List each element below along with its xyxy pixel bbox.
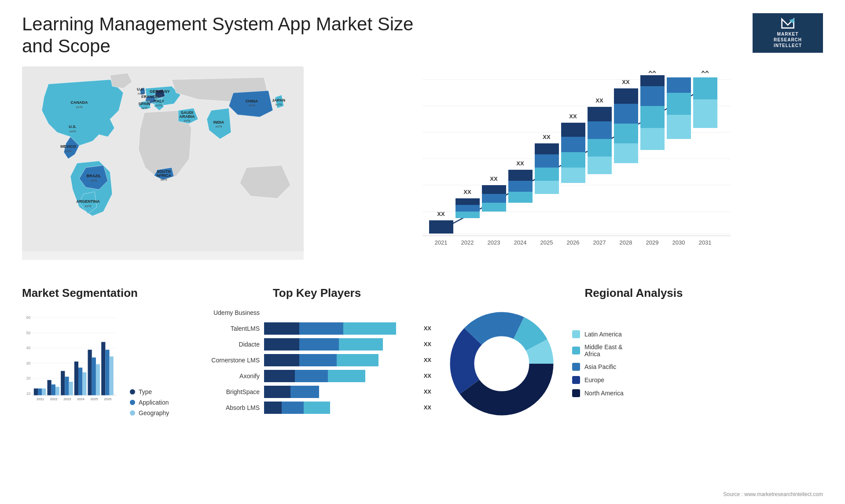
svg-rect-115 (38, 388, 42, 395)
segmentation-chart: 60 50 40 30 20 10 2021 (22, 307, 123, 416)
legend-geography-label: Geography (139, 409, 169, 416)
svg-text:xx%: xx% (184, 119, 190, 123)
svg-text:xx%: xx% (248, 103, 255, 107)
svg-text:2029: 2029 (646, 239, 659, 246)
logo-icon (777, 18, 799, 29)
svg-text:2024: 2024 (77, 397, 85, 401)
players-title: Top Key Players (202, 286, 431, 300)
svg-text:20: 20 (26, 376, 31, 380)
svg-rect-71 (561, 137, 585, 152)
svg-text:30: 30 (26, 361, 31, 365)
svg-rect-126 (74, 362, 78, 395)
regional-legend-label-latin: Latin America (584, 331, 622, 338)
svg-rect-97 (693, 99, 717, 128)
svg-text:ARABIA: ARABIA (180, 114, 195, 119)
svg-text:2025: 2025 (91, 397, 98, 401)
svg-rect-84 (614, 88, 638, 104)
legend-color-asia (572, 363, 580, 371)
legend-color-mea (572, 347, 580, 354)
bar-segment-light (337, 354, 378, 366)
bar-segment-dark (264, 370, 295, 382)
player-value: XX (424, 373, 431, 379)
map-section: CANADA xx% U.S. xx% MEXICO xx% BRAZIL xx… (22, 66, 304, 278)
svg-text:2030: 2030 (672, 239, 685, 246)
svg-rect-82 (614, 124, 638, 143)
svg-rect-69 (561, 168, 585, 183)
regional-title: Regional Analysis (445, 286, 823, 300)
svg-text:AFRICA: AFRICA (156, 173, 171, 178)
svg-rect-136 (110, 356, 114, 395)
players-section: Top Key Players Udemy Business TalentLMS (202, 286, 431, 480)
svg-rect-45 (429, 220, 453, 234)
player-bar (264, 386, 416, 398)
player-name: Cornerstone LMS (202, 357, 260, 364)
svg-rect-94 (667, 93, 691, 115)
player-value: XX (424, 404, 431, 411)
svg-rect-83 (614, 104, 638, 124)
svg-text:xx%: xx% (160, 178, 167, 182)
svg-rect-132 (96, 364, 100, 395)
svg-rect-130 (88, 350, 92, 395)
svg-text:XX: XX (701, 71, 709, 74)
svg-text:xx%: xx% (156, 94, 163, 98)
player-bar-container (264, 354, 416, 366)
svg-rect-48 (456, 212, 480, 218)
svg-text:2022: 2022 (461, 239, 474, 246)
regional-legend-label-europe: Europe (584, 376, 604, 383)
player-row: Axonify XX (202, 370, 431, 382)
svg-text:2026: 2026 (104, 397, 111, 401)
svg-rect-93 (667, 115, 691, 139)
svg-text:10: 10 (26, 391, 31, 396)
bar-segment-dark (264, 322, 299, 335)
svg-rect-53 (482, 203, 506, 212)
svg-rect-127 (78, 368, 82, 395)
svg-text:2023: 2023 (488, 239, 500, 246)
regional-legend-label-na: North America (584, 390, 624, 397)
svg-rect-88 (640, 106, 665, 128)
bottom-section: Market Segmentation 60 50 40 30 20 (22, 286, 823, 480)
growth-chart: 2021 XX 2022 XX 2023 XX (326, 71, 814, 264)
player-name: Axonify (202, 373, 260, 380)
player-bar (264, 338, 416, 351)
legend-dot-application (130, 400, 135, 405)
main-content: CANADA xx% U.S. xx% MEXICO xx% BRAZIL xx… (22, 66, 823, 278)
regional-legend: Latin America Middle East &Africa Asia P… (572, 330, 624, 397)
svg-text:XX: XX (516, 160, 524, 167)
page-title: Learning Management System App Market Si… (22, 13, 418, 58)
legend-type-label: Type (139, 388, 152, 395)
svg-text:60: 60 (26, 315, 31, 320)
svg-rect-89 (640, 86, 665, 106)
svg-rect-58 (508, 192, 533, 203)
svg-rect-135 (105, 350, 109, 395)
legend-geography: Geography (130, 409, 169, 416)
svg-rect-120 (55, 387, 59, 395)
svg-rect-54 (482, 194, 506, 203)
svg-rect-90 (640, 75, 665, 86)
player-bar (264, 370, 416, 382)
logo-box: MARKET RESEARCH INTELLECT (753, 13, 823, 53)
growth-chart-section: 2021 XX 2022 XX 2023 XX (317, 66, 823, 278)
bar-segment-mid (299, 322, 343, 335)
svg-text:2022: 2022 (50, 397, 58, 401)
svg-rect-59 (508, 181, 533, 192)
regional-section: Regional Analysis (445, 286, 823, 480)
player-bar-container (264, 322, 416, 335)
svg-text:2025: 2025 (540, 239, 553, 246)
player-name: Didacte (202, 341, 260, 348)
svg-text:2031: 2031 (699, 239, 712, 246)
svg-text:50: 50 (26, 331, 31, 335)
svg-text:2021: 2021 (37, 397, 44, 401)
donut-container: Latin America Middle East &Africa Asia P… (445, 307, 823, 421)
bar-segment-light (304, 402, 330, 414)
regional-legend-label-asia: Asia Pacific (584, 363, 616, 370)
player-bar-container (264, 402, 416, 414)
bar-segment-dark (264, 338, 299, 351)
svg-rect-76 (588, 139, 612, 157)
legend-application: Application (130, 399, 169, 406)
svg-text:xx%: xx% (215, 124, 222, 128)
player-bar (264, 402, 416, 414)
svg-text:xx%: xx% (90, 179, 97, 183)
svg-text:2021: 2021 (435, 239, 448, 246)
svg-rect-124 (69, 382, 73, 395)
player-bar (264, 322, 416, 335)
